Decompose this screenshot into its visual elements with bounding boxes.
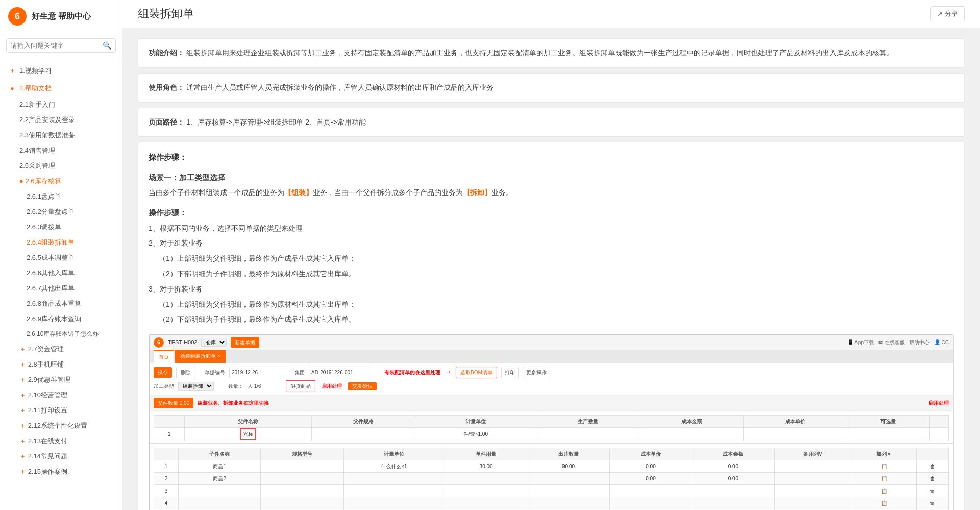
ops-label: 操作步骤： xyxy=(149,206,954,220)
arrow-1: → xyxy=(445,366,452,378)
intro-card: 功能介绍： 组装拆卸单用来处理企业组装或拆卸等加工业务，支持有固定装配清单的产品… xyxy=(138,38,965,68)
sidebar-item-assembly[interactable]: 2.6.4组装拆卸单 xyxy=(0,235,122,250)
sidebar-item-adjust[interactable]: 2.6.3调拨单 xyxy=(0,220,122,235)
lrow1-unit: 什么什么×1 xyxy=(343,460,445,473)
step2-1: （1）上部明细为父件明细，最终作为产成品生成其它入库单； xyxy=(159,253,944,265)
col-unit: 计量单位 xyxy=(415,416,536,428)
sidebar-item-costadj[interactable]: 2.6.5成本调整单 xyxy=(0,250,122,265)
mock-tab-main[interactable]: 首页 xyxy=(154,350,174,363)
cell-cost xyxy=(640,428,743,441)
lrow2-icon2[interactable]: 🗑 xyxy=(917,473,949,485)
sidebar-item-install[interactable]: 2.2产品安装及登录 xyxy=(0,112,122,128)
mock-confirm-btn[interactable]: 交发确认 xyxy=(348,382,377,391)
sidebar-item-sales[interactable]: 2.4销售管理 xyxy=(0,143,122,158)
lrow3-icon1[interactable]: 📋 xyxy=(851,485,917,497)
lrow1-icon1[interactable]: 📋 xyxy=(851,460,917,473)
lrow1-cost2: 0.00 xyxy=(692,460,774,473)
logo-icon: 6 xyxy=(8,7,27,26)
lrow3-icon2[interactable]: 🗑 xyxy=(917,485,949,497)
cell-spec xyxy=(312,428,415,441)
mock-qty-value: 人 1/6 xyxy=(248,382,261,391)
lrow2-cost1: 0.00 xyxy=(609,473,692,485)
cell-unit: 件/套×1.00 xyxy=(415,428,536,441)
sidebar-item-print[interactable]: ＋ 2.11打印设置 xyxy=(0,403,122,418)
col-cost: 成本金额 xyxy=(640,416,743,428)
step3: 3、对于拆装业务 xyxy=(149,283,954,296)
lrow4-icon2[interactable]: 🗑 xyxy=(917,497,949,509)
lrow2-name: 商品2 xyxy=(178,473,260,485)
search-icon[interactable]: 🔍 xyxy=(103,41,111,50)
sidebar-item-newbie[interactable]: 2.1新手入门 xyxy=(0,97,122,112)
step3-details: （1）上部明细为父件明细，最终作为原材料生成其它出库单； （2）下部明细为子件明… xyxy=(149,299,954,326)
lrow4-icon1[interactable]: 📋 xyxy=(851,497,917,509)
lcol-op: 加列▼ xyxy=(851,448,917,460)
mock-more-btn[interactable]: 更多操作 xyxy=(523,367,550,378)
sidebar-item-stockerr[interactable]: 2.6.10库存账本错了怎么办 xyxy=(0,327,122,342)
mock-type-label: 加工类型 xyxy=(154,382,174,391)
content-area: 功能介绍： 组装拆卸单用来处理企业组装或拆卸等加工业务，支持有固定装配清单的产品… xyxy=(122,28,980,510)
lrow2-unit xyxy=(343,473,445,485)
mock-lower-table: 子件名称 规格型号 计量单位 单件用量 出库数量 成本单价 成本金额 备用列V … xyxy=(154,448,949,510)
sidebar-item-inventory[interactable]: ● 2.6库存核算 xyxy=(0,174,122,189)
mock-save-btn[interactable]: 保存 xyxy=(154,367,172,378)
search-input[interactable] xyxy=(11,42,103,50)
sidebar-item-costrecalc[interactable]: 2.6.8商品成本重算 xyxy=(0,296,122,311)
sidebar-item-faq[interactable]: ＋ 2.14常见问题 xyxy=(0,449,122,464)
sidebar-item-stockquery[interactable]: 2.6.9库存账本查询 xyxy=(0,311,122,327)
sidebar-item-purchase[interactable]: 2.5采购管理 xyxy=(0,158,122,174)
sidebar-item-mobile[interactable]: ＋ 2.8手机旺铺 xyxy=(0,357,122,372)
annotation-1: 有装配清单的在这里处理 xyxy=(384,368,440,377)
mock-doc-id: AD-20191226-001 xyxy=(309,367,370,378)
share-button[interactable]: ↗ 分享 xyxy=(930,6,965,21)
mock-topbar: 6 TEST-H002 仓库 新建单据 📱 App下载 ☎ 在线客服 帮助中心 … xyxy=(150,335,953,350)
sidebar-item-video[interactable]: ＋ 1.视频学习 xyxy=(0,62,122,80)
lrow2-icon1[interactable]: 📋 xyxy=(851,473,917,485)
mock-print-btn[interactable]: 打印 xyxy=(501,367,519,378)
mock-logo: 6 xyxy=(154,337,164,348)
lrow-2: 2 商品2 0.00 0.00 📋 xyxy=(154,473,949,485)
annotation-3-label: 启用处理 xyxy=(322,382,342,391)
sidebar-item-otherout[interactable]: 2.6.7其他出库单 xyxy=(0,281,122,296)
mock-tab-active[interactable]: 新建组装拆卸单 × xyxy=(175,350,226,363)
sidebar-item-docs[interactable]: ● 2.帮助文档 xyxy=(0,80,122,97)
sidebar: 6 好生意 帮助中心 🔍 ＋ 1.视频学习 ● 2.帮助文档 2.1新手入门 2… xyxy=(0,0,122,510)
col-avail: 可选量 xyxy=(847,416,929,428)
mock-group-label: 集团 xyxy=(295,368,305,377)
search-area: 🔍 xyxy=(0,33,122,58)
sidebar-item-settings[interactable]: ＋ 2.12系统个性化设置 xyxy=(0,418,122,433)
lrow1-qty1: 30.00 xyxy=(445,460,527,473)
share-label: 分享 xyxy=(945,9,958,18)
plus-icon: ＋ xyxy=(8,67,16,75)
lrow1-cost1: 0.00 xyxy=(609,460,692,473)
sidebar-item-ops[interactable]: ＋ 2.10经营管理 xyxy=(0,387,122,403)
step1: 1、根据不同的业务，选择不同单据的类型来处理 xyxy=(149,223,954,235)
step2-2: （2）下部明细为子件明细，最终作为原材料生成其它出库单。 xyxy=(159,268,944,280)
sidebar-item-cases[interactable]: ＋ 2.15操作案例 xyxy=(0,464,122,479)
sidebar-item-online[interactable]: ＋ 2.13在线支付 xyxy=(0,433,122,449)
cell-check: 1 xyxy=(154,428,185,441)
sidebar-item-cash[interactable]: ＋ 2.7资金管理 xyxy=(0,342,122,357)
mock-doc-num-label: 单据编号 xyxy=(205,368,225,377)
sidebar-item-distribution[interactable]: 2.6.2分量盘点单 xyxy=(0,204,122,220)
sidebar-item-coupon[interactable]: ＋ 2.9优惠券管理 xyxy=(0,372,122,387)
lrow1-icon2[interactable]: 🗑 xyxy=(917,460,949,473)
mock-new-btn[interactable]: 新建单据 xyxy=(231,337,259,348)
lcol-unit: 计量单位 xyxy=(343,448,445,460)
mock-supplier-input[interactable]: 供货商品 xyxy=(286,380,315,392)
col-spec: 父件规格 xyxy=(312,416,415,428)
main-area: 组装拆卸单 ↗ 分享 功能介绍： 组装拆卸单用来处理企业组装或拆卸等加工业务，支… xyxy=(122,0,980,510)
nav-area: ＋ 1.视频学习 ● 2.帮助文档 2.1新手入门 2.2产品安装及登录 2.3… xyxy=(0,58,122,510)
mock-section-btn[interactable]: 父件数量 0.00 xyxy=(154,398,193,408)
sidebar-item-stocktake[interactable]: 2.6.1盘点单 xyxy=(0,189,122,204)
search-box[interactable]: 🔍 xyxy=(6,38,116,53)
annotation-3-right: 启用处理 xyxy=(928,399,949,407)
mock-delete-btn[interactable]: 删除 xyxy=(176,367,195,378)
lrow2-qty1 xyxy=(445,473,527,485)
mock-type-select[interactable]: 组装拆卸 xyxy=(178,382,214,391)
sidebar-item-otherin[interactable]: 2.6.6其他入库单 xyxy=(0,265,122,281)
scene1-desc: 当由多个子件材料组装成一个成品的业务为【组装】业务，当由一个父件拆分成多个子产品… xyxy=(149,187,954,199)
mock-select[interactable]: 仓库 xyxy=(201,338,227,347)
logo-text: 好生意 帮助中心 xyxy=(32,11,91,22)
sidebar-item-data[interactable]: 2.3使用前数据准备 xyxy=(0,128,122,143)
mock-bom-btn[interactable]: 选取BOM清单 xyxy=(456,367,497,378)
